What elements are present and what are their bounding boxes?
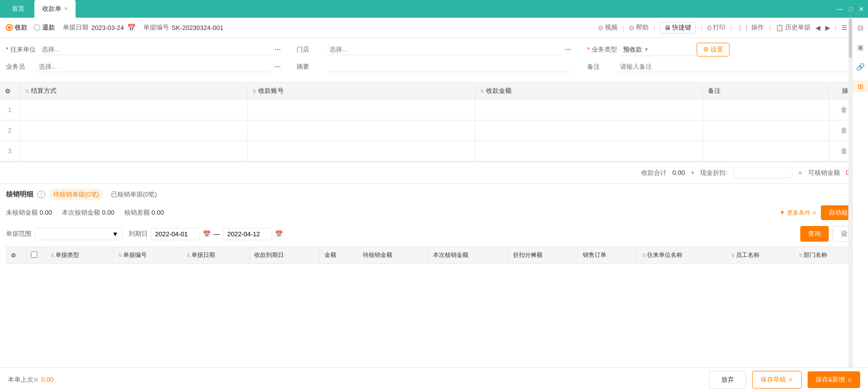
print-btn[interactable]: ⎙ 打印 [707, 23, 726, 32]
video-btn[interactable]: ⊙ 视频 [598, 23, 618, 32]
store-more-icon[interactable]: ··· [565, 45, 571, 54]
store-field: 门店 ··· [297, 44, 571, 55]
tab-home[interactable]: 首页 [4, 0, 32, 18]
more-filters-btn[interactable]: ▼ 更多条件 ∧ [779, 209, 817, 217]
biz-type-label: * 业务类型 [587, 45, 617, 54]
tab-bar: 首页 收款单 × — □ ✕ [0, 0, 868, 18]
summary-input[interactable] [326, 61, 571, 72]
bottom-th-employee[interactable]: 员工名称 [726, 247, 794, 264]
maximize-icon[interactable]: □ [849, 5, 853, 13]
th-settlement[interactable]: 结算方式 [20, 83, 247, 100]
settings-button[interactable]: ⚙ 设置 [697, 43, 730, 56]
bottom-th-current: 本次核销金额 [428, 247, 508, 264]
store-input[interactable] [326, 44, 562, 55]
sidebar-grid-icon[interactable]: ▣ [853, 41, 868, 53]
th-amount[interactable]: 收款金额 [475, 83, 703, 100]
row-amount-2[interactable] [475, 120, 703, 141]
row-settlement-2[interactable] [20, 120, 247, 141]
current-value: 0.00 [102, 209, 114, 216]
done-tab[interactable]: 已核销单据(0笔) [107, 189, 161, 200]
form-row-1: * 往来单位 ··· 门店 ··· * 业务类型 预收款 ▼ ⚙ 设置 [6, 43, 862, 56]
radio-refund[interactable]: 退款 [33, 23, 55, 32]
footer-spacer [0, 269, 868, 292]
remark-input[interactable] [617, 61, 862, 72]
info-icon[interactable]: i [37, 191, 45, 198]
table-gear-th[interactable]: ⚙ [0, 83, 20, 100]
pending-tab-label: 待核销单据(0笔) [53, 191, 99, 198]
toolbar-actions: ⊙ 视频 | ⊙ 帮助 | 🖥 快捷键 | ⎙ 打印 | ⋮⋮ 操作 | 📋 历… [598, 22, 862, 33]
row-account-3[interactable] [247, 141, 475, 162]
section-title: 核销明细 i 待核销单据(0笔) 已核销单据(0笔) [6, 189, 862, 200]
row-amount-1[interactable] [475, 100, 703, 120]
row-delete-3[interactable]: 🗑 [841, 147, 847, 155]
bottom-th-type[interactable]: 单据类型 [45, 247, 113, 264]
row-settlement-3[interactable] [20, 141, 247, 162]
th-account[interactable]: 收款账号 [247, 83, 475, 100]
date-label: 到期日 [129, 229, 148, 238]
range-select[interactable]: ▼ [34, 228, 123, 240]
row-account-1[interactable] [247, 100, 475, 120]
counterparty-input[interactable] [39, 44, 271, 55]
row-remark-1[interactable] [703, 100, 829, 120]
sidebar-expand-icon[interactable]: ⊞ [853, 81, 868, 92]
row-delete-1[interactable]: 🗑 [841, 106, 847, 114]
save-new-btn[interactable]: 保存&新增 ∧ [808, 371, 860, 388]
bottom-th-date[interactable]: 单据日期 [181, 247, 249, 264]
tab-close-icon[interactable]: × [64, 5, 68, 12]
row-delete-2[interactable]: 🗑 [841, 126, 847, 135]
sidebar-link-icon[interactable]: 🔗 [853, 61, 868, 73]
ops-btn[interactable]: ⋮⋮ 操作 [737, 23, 764, 32]
toolbar: 收款 退款 单据日期 2023-03-24 📅 单据编号 SK-20230324… [0, 18, 868, 38]
nav-next-btn[interactable]: ▶ [825, 24, 830, 31]
salesperson-input[interactable] [36, 61, 271, 72]
query-btn[interactable]: 查询 [800, 226, 829, 242]
sidebar-table-icon[interactable]: ▤ [853, 22, 868, 33]
radio-receipt[interactable]: 收款 [6, 23, 27, 32]
date-from-input[interactable] [151, 228, 200, 240]
bill-no-field: 单据编号 SK-20230324-001 [143, 23, 224, 32]
calendar-icon[interactable]: 📅 [127, 24, 136, 31]
bottom-gear-th[interactable]: ⚙ [6, 247, 26, 264]
writeoff-title: 核销明细 [6, 190, 33, 199]
row-num-1: 1 [0, 100, 20, 120]
minimize-icon[interactable]: — [837, 5, 843, 13]
bill-date-value: 2023-03-24 [91, 24, 124, 31]
close-icon[interactable]: ✕ [859, 5, 864, 13]
bill-date-label: 单据日期 [63, 23, 88, 32]
th-remark: 备注 [703, 83, 829, 100]
bottom-th-no[interactable]: 单据编号 [113, 247, 182, 264]
date-to-input[interactable] [223, 228, 272, 240]
select-all-checkbox[interactable] [31, 251, 37, 258]
cal-to-icon[interactable]: 📅 [275, 230, 283, 238]
plus-sign: + [691, 169, 695, 176]
shortcut-btn[interactable]: 🖥 快捷键 [660, 22, 696, 33]
list-view-icon[interactable]: ☰ [841, 24, 847, 31]
scrollbar[interactable] [848, 18, 852, 367]
row-account-2[interactable] [247, 120, 475, 141]
available-label: 可核销金额 [808, 168, 840, 177]
help-btn[interactable]: ⊙ 帮助 [629, 23, 649, 32]
biz-type-value: 预收款 [623, 45, 642, 54]
biz-type-field: * 业务类型 预收款 ▼ ⚙ 设置 [587, 43, 862, 56]
store-label: 门店 [297, 45, 324, 54]
row-settlement-1[interactable] [20, 100, 247, 120]
pending-tab[interactable]: 待核销单据(0笔) [49, 189, 103, 200]
row-amount-3[interactable] [475, 141, 703, 162]
window-controls: — □ ✕ [837, 5, 864, 13]
save-draft-btn[interactable]: 保存草稿 ∧ [752, 371, 802, 389]
row-remark-3[interactable] [703, 141, 829, 162]
bottom-th-sales-order: 销售订单 [577, 247, 637, 264]
date-range: 📅 — 📅 [151, 228, 283, 240]
discount-input[interactable] [733, 167, 792, 178]
counterparty-more-icon[interactable]: ··· [274, 45, 281, 54]
row-remark-2[interactable] [703, 120, 829, 141]
bill-no-label: 单据编号 [143, 23, 169, 32]
salesperson-more-icon[interactable]: ··· [274, 62, 281, 71]
tab-receipt[interactable]: 收款单 × [34, 0, 76, 18]
cal-from-icon[interactable]: 📅 [203, 230, 211, 238]
abandon-btn[interactable]: 放弃 [709, 371, 746, 389]
bottom-th-counterparty[interactable]: 往来单位名称 [637, 247, 726, 264]
biz-type-select[interactable]: 预收款 ▼ [620, 44, 694, 56]
history-btn[interactable]: 📋 历史单据 [776, 23, 811, 32]
nav-prev-btn[interactable]: ◀ [815, 24, 820, 31]
